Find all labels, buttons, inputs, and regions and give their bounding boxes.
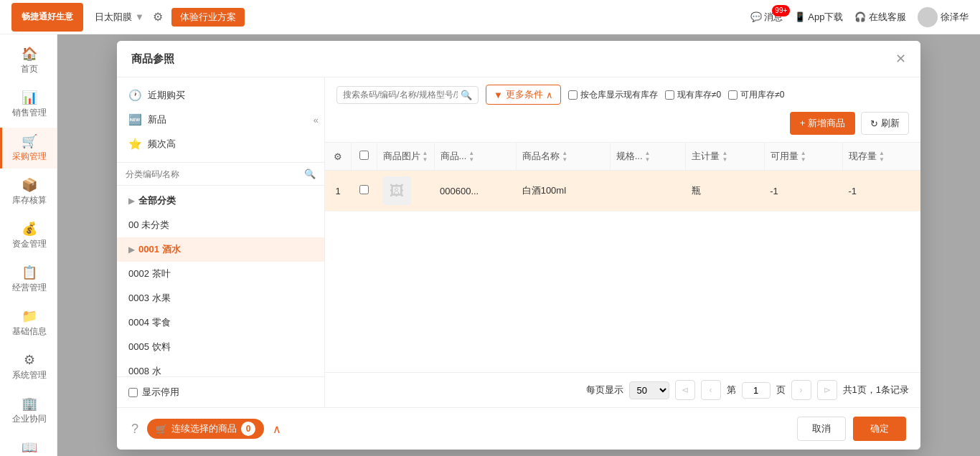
td-image: 🖼: [377, 171, 434, 212]
sidebar-label-basic: 基础信息: [12, 326, 47, 338]
settings-icon[interactable]: ⚙: [153, 10, 163, 24]
warehouse-stock-checkbox[interactable]: [568, 90, 578, 100]
category-uncategorized-label: 00 未分类: [128, 219, 169, 232]
continuous-select-button[interactable]: 🛒 连续选择的商品 0: [147, 419, 264, 439]
first-page-button[interactable]: ⊲: [675, 380, 695, 400]
sidebar-item-operation[interactable]: 📋 经营管理: [0, 259, 57, 300]
table-row[interactable]: 1 🖼: [325, 171, 920, 212]
category-0004[interactable]: 0004 零食: [117, 310, 324, 335]
category-all[interactable]: ▶ 全部分类: [117, 189, 324, 213]
sidebar-label-inventory: 库存核算: [12, 194, 47, 206]
td-checkbox[interactable]: [351, 171, 377, 212]
store-selector[interactable]: 日太阳膜 ▼: [95, 11, 144, 24]
warehouse-stock-filter[interactable]: 按仓库显示现有库存: [568, 89, 658, 101]
product-search-icon[interactable]: 🔍: [461, 90, 472, 100]
available-stock-label: 现有库存≠0: [677, 89, 721, 101]
product-search-input[interactable]: [343, 90, 458, 100]
next-page-button[interactable]: ›: [791, 380, 811, 400]
messages-icon: 💬: [750, 11, 762, 22]
high-freq-item[interactable]: ⭐ 频次高: [117, 132, 308, 156]
sidebar-item-purchase[interactable]: 🛒 采购管理: [0, 128, 57, 168]
show-disabled-checkbox[interactable]: [128, 388, 138, 397]
cancel-button[interactable]: 取消: [797, 417, 846, 441]
trial-button[interactable]: 体验行业方案: [171, 8, 245, 27]
sidebar-item-finance[interactable]: 💰 资金管理: [0, 215, 57, 256]
page-suffix: 页: [776, 384, 786, 396]
usable-stock-checkbox[interactable]: [728, 90, 738, 100]
username-label: 徐泽华: [941, 11, 969, 24]
page-number-input[interactable]: [742, 382, 771, 399]
help-icon[interactable]: ?: [131, 422, 138, 437]
usable-stock-filter[interactable]: 可用库存≠0: [728, 89, 784, 101]
sidebar-item-system[interactable]: ⚙ 系统管理: [0, 346, 57, 387]
category-0001[interactable]: ▶ 0001 酒水: [117, 237, 324, 262]
last-page-button[interactable]: ⊳: [817, 380, 837, 400]
available-stock-filter[interactable]: 现有库存≠0: [665, 89, 721, 101]
th-name: 商品名称 ▲▼: [517, 143, 611, 171]
category-0002[interactable]: 0002 茶叶: [117, 262, 324, 286]
category-0005-label: 0005 饮料: [128, 341, 171, 353]
recent-purchase-label: 近期购买: [148, 89, 185, 102]
online-service-button[interactable]: 🎧 在线客服: [854, 11, 906, 24]
category-0008[interactable]: 0008 水: [117, 359, 324, 376]
select-all-checkbox[interactable]: [359, 151, 369, 160]
confirm-button[interactable]: 确定: [853, 417, 906, 441]
modal-body: 🕐 近期购买 🆕 新品 ⭐ 频次高: [117, 77, 920, 407]
category-0003[interactable]: 0003 水果: [117, 286, 324, 310]
recent-purchase-item[interactable]: 🕐 近期购买: [117, 83, 308, 108]
available-stock-checkbox[interactable]: [665, 90, 674, 100]
finance-icon: 💰: [22, 221, 37, 237]
new-product-item[interactable]: 🆕 新品: [117, 108, 308, 132]
app-download-button[interactable]: 📱 App下载: [794, 11, 843, 24]
app-download-label: App下载: [808, 11, 843, 22]
refresh-icon: ↻: [870, 118, 878, 129]
sidebar-item-basic[interactable]: 📁 基础信息: [0, 303, 57, 343]
sidebar-label-sales: 销售管理: [12, 107, 47, 119]
td-available: -1: [764, 171, 842, 212]
table-header-row: ⚙ 商品图片 ▲▼: [325, 143, 920, 171]
row-checkbox[interactable]: [359, 185, 369, 194]
user-profile[interactable]: 徐泽华: [918, 7, 969, 27]
cart-collapse-button[interactable]: ∧: [273, 422, 281, 436]
category-search-input[interactable]: [126, 169, 300, 179]
th-settings[interactable]: ⚙: [325, 143, 351, 171]
product-reference-modal: 商品参照 ✕ 🕐 近期购买: [117, 41, 920, 450]
collapse-left-nav[interactable]: «: [308, 112, 324, 128]
cart-count: 0: [241, 422, 255, 436]
filter-icon: ▼: [494, 90, 503, 100]
th-checkbox[interactable]: [351, 143, 377, 171]
sidebar-label-enterprise: 企业协同: [12, 413, 47, 425]
sidebar-item-guide[interactable]: 📖 新手引导: [0, 434, 57, 456]
per-page-select[interactable]: 50 10 20 100: [629, 381, 669, 399]
show-disabled-label: 显示停用: [142, 386, 179, 399]
product-table: ⚙ 商品图片 ▲▼: [325, 143, 920, 212]
sales-icon: 📊: [22, 90, 37, 105]
footer-left: ? 🛒 连续选择的商品 0 ∧: [131, 419, 281, 439]
sidebar-item-inventory[interactable]: 📦 库存核算: [0, 171, 57, 212]
more-filter-button[interactable]: ▼ 更多条件 ∧: [486, 85, 561, 105]
close-button[interactable]: ✕: [895, 51, 906, 67]
category-0008-label: 0008 水: [128, 365, 161, 376]
td-row-num: 1: [325, 171, 351, 212]
sidebar-label-purchase: 采购管理: [12, 151, 47, 163]
online-service-label: 在线客服: [869, 11, 906, 22]
modal-overlay: 商品参照 ✕ 🕐 近期购买: [57, 34, 980, 456]
sidebar-item-enterprise[interactable]: 🏢 企业协同: [0, 390, 57, 431]
category-uncategorized[interactable]: 00 未分类: [117, 213, 324, 237]
sidebar-label-home: 首页: [21, 63, 38, 75]
sidebar-item-sales[interactable]: 📊 销售管理: [0, 84, 57, 125]
prev-page-button[interactable]: ‹: [701, 380, 721, 400]
headset-icon: 🎧: [854, 11, 866, 22]
td-stock: -1: [843, 171, 921, 212]
sidebar-item-home[interactable]: 🏠 首页: [0, 40, 57, 81]
category-search-icon[interactable]: 🔍: [304, 168, 316, 179]
refresh-label: 刷新: [881, 117, 900, 130]
filter-label: 更多条件: [506, 88, 543, 101]
refresh-table-button[interactable]: ↻ 刷新: [861, 112, 909, 135]
th-stock: 现存量 ▲▼: [843, 143, 921, 171]
messages-button[interactable]: 💬 99+ 消息: [750, 11, 783, 24]
add-product-button[interactable]: + 新增商品: [790, 112, 855, 135]
category-all-label: 全部分类: [138, 194, 176, 207]
store-name: 日太阳膜: [95, 11, 132, 24]
category-0005[interactable]: 0005 饮料: [117, 335, 324, 359]
